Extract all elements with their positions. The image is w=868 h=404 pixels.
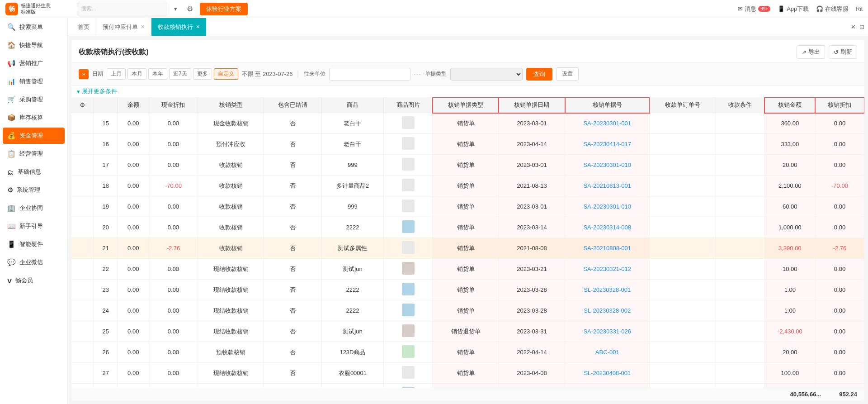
app-download-btn[interactable]: 📱 App下载: [778, 5, 809, 13]
sidebar-item-system[interactable]: ⚙ 系统管理: [0, 181, 67, 199]
td-verify-bill-no[interactable]: SA-20230331-026: [565, 321, 650, 342]
td-verify-bill-type: 销货单: [433, 384, 499, 388]
td-verify-bill-no[interactable]: SL-20230418-001: [565, 384, 650, 388]
td-verify-bill-no[interactable]: ABC-001: [565, 342, 650, 363]
sidebar-label: 企业微信: [19, 258, 43, 266]
td-verify-bill-no[interactable]: SL-20230408-001: [565, 363, 650, 384]
download-icon: 📱: [778, 5, 785, 12]
data-table: ⚙ 余额 现金折扣 核销类型 包含已结清 商品 商品图片 核销单据类型 核销单据…: [71, 97, 864, 388]
service-icon: 🎧: [816, 5, 823, 12]
td-rownum: 27: [94, 363, 118, 384]
td-rownum: 23: [94, 280, 118, 300]
td-verify-bill-no[interactable]: SA-20230414-017: [565, 134, 650, 155]
tab-prepay[interactable]: 预付冲应付单 ✕: [96, 18, 151, 36]
td-settings: [71, 342, 94, 363]
sales-icon: 📊: [7, 77, 16, 86]
sidebar-item-wechat[interactable]: 💬 企业微信: [0, 253, 67, 271]
date-btn-last-month[interactable]: 上月: [107, 68, 126, 80]
td-verify-bill-type: 销货单: [433, 113, 499, 134]
table-container[interactable]: ⚙ 余额 现金折扣 核销类型 包含已结清 商品 商品图片 核销单据类型 核销单据…: [71, 97, 864, 388]
settings-icon[interactable]: ⚙: [184, 3, 196, 15]
date-btn-7days[interactable]: 近7天: [169, 68, 191, 80]
tab-collection[interactable]: 收款核销执行 ✕: [151, 18, 207, 36]
partner-input[interactable]: [329, 68, 410, 81]
refresh-btn[interactable]: ↺ 刷新: [829, 45, 857, 59]
tab-home[interactable]: 首页: [71, 18, 96, 36]
date-btn-more[interactable]: 更多: [193, 68, 212, 80]
td-verify-bill-no[interactable]: SA-20210813-001: [565, 176, 650, 196]
td-verify-discount: 0.00: [815, 134, 864, 155]
query-btn[interactable]: 查询: [526, 68, 552, 81]
page-content: 收款核销执行(按收款) ↗ 导出 ↺ 刷新 » 日期 上月: [71, 40, 864, 400]
td-verify-bill-no[interactable]: SA-20230314-008: [565, 217, 650, 238]
td-rownum: 25: [94, 321, 118, 342]
sidebar-item-business[interactable]: 📋 经营管理: [0, 145, 67, 163]
sidebar-item-newbie[interactable]: 📖 新手引导: [0, 217, 67, 235]
tab-collection-close[interactable]: ✕: [196, 24, 200, 30]
sidebar-item-smarthw[interactable]: 📱 智能硬件: [0, 235, 67, 253]
td-settings: [71, 113, 94, 134]
tab-prepay-close[interactable]: ✕: [141, 24, 145, 30]
td-cash-discount: 0.00: [149, 217, 198, 238]
expand-more-bar[interactable]: ▾ 展开更多条件: [71, 86, 864, 97]
single-type-select[interactable]: [450, 68, 523, 81]
td-collection-order: [650, 155, 716, 176]
td-balance: 0.00: [118, 134, 149, 155]
date-btn-this-year[interactable]: 本年: [148, 68, 167, 80]
td-settings: [71, 134, 94, 155]
th-settings[interactable]: ⚙: [71, 97, 94, 113]
td-verify-bill-date: 2023-03-21: [499, 259, 565, 280]
industry-btn[interactable]: 休验行业方案: [200, 3, 248, 15]
td-goods: 123D商品: [321, 342, 384, 363]
td-cash-discount: 0.00: [149, 342, 198, 363]
sidebar-item-sales[interactable]: 📊 销售管理: [0, 72, 67, 90]
td-rownum: 20: [94, 217, 118, 238]
sidebar-item-marketing[interactable]: 📢 营销推广: [0, 54, 67, 72]
th-include-settled: 包含已结清: [264, 97, 321, 113]
td-goods-img: [384, 321, 433, 342]
td-verify-type: 现结收款核销: [198, 300, 264, 321]
td-verify-bill-no[interactable]: SA-20230301-001: [565, 113, 650, 134]
setting-btn[interactable]: 设置: [556, 67, 579, 81]
sidebar-label: 经营管理: [19, 150, 43, 158]
td-verify-bill-no[interactable]: SA-20210808-001: [565, 238, 650, 259]
td-goods-img: [384, 176, 433, 196]
td-verify-bill-no[interactable]: SA-20230301-010: [565, 196, 650, 217]
td-collection-condition: [716, 134, 764, 155]
td-balance: 0.00: [118, 217, 149, 238]
sidebar-item-inventory[interactable]: 📦 库存核算: [0, 109, 67, 127]
sidebar-item-basic[interactable]: 🗂 基础信息: [0, 163, 67, 181]
sidebar-item-quicknav[interactable]: 🏠 快捷导航: [0, 36, 67, 54]
window-close-btn[interactable]: ✕: [851, 24, 856, 30]
export-btn[interactable]: ↗ 导出: [797, 45, 825, 59]
dropdown-btn[interactable]: ▾: [171, 5, 180, 14]
td-balance: 0.00: [118, 176, 149, 196]
td-verify-amount: 333.00: [764, 134, 815, 155]
date-buttons: 上月 本月 本年 近7天 更多 自定义: [107, 68, 238, 80]
sidebar-item-purchase[interactable]: 🛒 采购管理: [0, 90, 67, 109]
sidebar-item-enterprise[interactable]: 🏢 企业协同: [0, 199, 67, 217]
td-verify-bill-date: 2023-04-18: [499, 384, 565, 388]
window-restore-btn[interactable]: ⊡: [859, 24, 864, 30]
td-verify-bill-no[interactable]: SL-20230328-001: [565, 280, 650, 300]
td-include-settled: 否: [264, 134, 321, 155]
date-btn-this-month[interactable]: 本月: [127, 68, 146, 80]
td-goods: 2222: [321, 300, 384, 321]
td-verify-bill-no[interactable]: SA-20230301-010: [565, 155, 650, 176]
date-btn-custom[interactable]: 自定义: [214, 68, 238, 80]
messages-btn[interactable]: ✉ 消息 99+: [738, 5, 770, 13]
filter-expand-btn[interactable]: »: [79, 69, 89, 79]
td-goods: 测试jun: [321, 259, 384, 280]
sidebar-item-search[interactable]: 🔍 搜索菜单: [0, 18, 67, 36]
sidebar-item-capital[interactable]: 💰 资金管理: [3, 128, 65, 144]
smarthw-icon: 📱: [7, 240, 16, 248]
search-bar[interactable]: 搜索...: [77, 3, 167, 15]
sidebar-item-vip[interactable]: V 畅会员: [0, 271, 67, 290]
td-goods: 2222: [321, 217, 384, 238]
online-service-btn[interactable]: 🎧 在线客服: [816, 5, 849, 13]
content-area: 首页 预付冲应付单 ✕ 收款核销执行 ✕ ✕ ⊡ 收款核销执行(按收款): [68, 18, 868, 404]
system-icon: ⚙: [7, 186, 13, 194]
th-goods: 商品: [321, 97, 384, 113]
td-verify-bill-no[interactable]: SL-20230328-002: [565, 300, 650, 321]
td-verify-bill-no[interactable]: SA-20230321-012: [565, 259, 650, 280]
